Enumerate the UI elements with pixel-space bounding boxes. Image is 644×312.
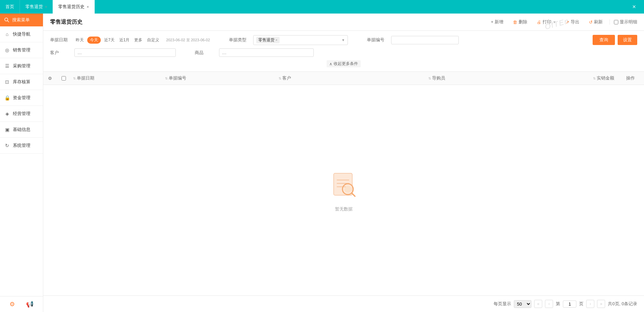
- date-range-display: 2023-06-02 至 2023-06-02: [166, 38, 210, 43]
- sales-icon: ◎: [4, 47, 10, 53]
- system-icon: ↻: [4, 142, 10, 149]
- doc-type-arrow-icon: ▼: [341, 38, 345, 42]
- window-close-button[interactable]: ×: [629, 3, 639, 10]
- volume-icon[interactable]: 📢: [26, 300, 33, 308]
- tab-retail-return-history-label: 零售退货历史: [58, 4, 85, 10]
- sidebar-item-finance[interactable]: 🔒 资金管理: [0, 90, 43, 106]
- th-doc-date-label: 单据日期: [77, 75, 94, 81]
- first-page-button[interactable]: «: [534, 300, 542, 308]
- th-guide-label: 导购员: [432, 75, 445, 81]
- sidebar-item-operation[interactable]: ◈ 经营管理: [0, 106, 43, 122]
- th-doc-no: ⇅ 单据编号: [162, 72, 276, 85]
- export-button[interactable]: ↗ 导出: [563, 18, 582, 26]
- operation-icon: ◈: [4, 111, 10, 117]
- print-dropdown-icon: ▼: [553, 20, 556, 24]
- next-page-button[interactable]: ›: [586, 300, 594, 308]
- tab-retail-return-history[interactable]: 零售退货历史 ×: [53, 0, 94, 14]
- th-op: 操作: [617, 72, 644, 85]
- sidebar-item-inventory-label: 库存核算: [13, 79, 30, 85]
- setting-button[interactable]: 设置: [618, 35, 637, 45]
- date-filter: 昨天 今天 近7天 近1月 更多 自定义: [74, 37, 161, 44]
- sidebar-item-basic-label: 基础信息: [13, 127, 30, 133]
- sidebar-item-purchase-mgmt[interactable]: ☰ 采购管理: [0, 58, 43, 74]
- print-icon: 🖨: [537, 20, 541, 25]
- svg-line-1: [7, 21, 9, 22]
- top-bar-right: ×: [629, 3, 644, 10]
- date-btn-yesterday[interactable]: 昨天: [74, 37, 85, 44]
- select-all-checkbox[interactable]: [62, 76, 66, 81]
- date-btn-custom[interactable]: 自定义: [146, 37, 161, 44]
- refresh-icon: ↺: [589, 20, 593, 25]
- tab-retail-return[interactable]: 零售退货 ×: [20, 0, 53, 14]
- tab-bar: 首页 零售退货 × 零售退货历史 ×: [0, 0, 629, 14]
- date-btn-more[interactable]: 更多: [133, 37, 144, 44]
- tab-retail-return-close[interactable]: ×: [45, 5, 47, 9]
- per-page-select[interactable]: 50 10 20 100: [514, 300, 531, 308]
- th-doc-date-sort-icon[interactable]: ⇅: [73, 76, 76, 80]
- sidebar-item-basic-info[interactable]: ▣ 基础信息: [0, 122, 43, 138]
- new-button[interactable]: + 新增: [488, 18, 506, 26]
- th-guide-sort-icon[interactable]: ⇅: [428, 76, 431, 80]
- customer-input[interactable]: [74, 48, 176, 57]
- show-detail-checkbox[interactable]: [614, 20, 618, 24]
- doc-type-select[interactable]: 零售退货 × ▼: [253, 35, 348, 45]
- collapse-filter-button[interactable]: ∧ 收起更多条件: [327, 60, 361, 67]
- th-customer-label: 客户: [282, 75, 291, 81]
- toolbar: + 新增 🗑 删除 🖨 打印 ▼ ↗ 导出 ↺ 刷新: [488, 18, 637, 26]
- inventory-icon: ⊡: [4, 79, 10, 85]
- date-btn-today[interactable]: 今天: [87, 37, 101, 44]
- refresh-button-label: 刷新: [594, 19, 603, 25]
- date-btn-1month[interactable]: 近1月: [118, 37, 131, 44]
- th-amount-sort-icon[interactable]: ⇅: [593, 76, 596, 80]
- date-btn-7days[interactable]: 近7天: [103, 37, 116, 44]
- th-doc-no-sort-icon[interactable]: ⇅: [165, 76, 168, 80]
- column-settings-icon[interactable]: ⚙: [48, 76, 52, 81]
- sidebar-item-inventory[interactable]: ⊡ 库存核算: [0, 74, 43, 90]
- tab-retail-return-history-close[interactable]: ×: [87, 5, 89, 9]
- goods-input[interactable]: [219, 48, 314, 57]
- tab-home[interactable]: 首页: [0, 0, 20, 14]
- sidebar-item-purchase-label: 采购管理: [13, 63, 30, 69]
- th-doc-no-label: 单据编号: [169, 75, 186, 81]
- th-op-label: 操作: [626, 75, 635, 81]
- sidebar-item-quick-nav[interactable]: ⌂ 快捷导航: [0, 26, 43, 42]
- sidebar-item-finance-label: 资金管理: [13, 95, 30, 101]
- settings-bottom-icon[interactable]: ⚙: [9, 300, 15, 308]
- finance-icon: 🔒: [4, 95, 10, 101]
- refresh-button[interactable]: ↺ 刷新: [586, 18, 605, 26]
- doc-no-input[interactable]: [391, 36, 459, 44]
- sidebar-item-operation-label: 经营管理: [13, 111, 30, 117]
- search-menu-label: 搜索菜单: [12, 17, 30, 23]
- prev-page-button[interactable]: ‹: [545, 300, 553, 308]
- th-customer-sort-icon[interactable]: ⇅: [279, 76, 281, 80]
- new-button-label: + 新增: [491, 19, 503, 25]
- last-page-button[interactable]: »: [597, 300, 605, 308]
- search-icon: [4, 17, 9, 23]
- sidebar-item-sales-mgmt[interactable]: ◎ 销售管理: [0, 42, 43, 58]
- home-icon: ⌂: [4, 31, 10, 37]
- sidebar-item-system[interactable]: ↻ 系统管理: [0, 138, 43, 154]
- action-buttons: 查询 设置: [593, 35, 637, 45]
- empty-text: 暂无数据: [335, 206, 353, 212]
- th-settings[interactable]: ⚙: [43, 72, 57, 84]
- th-doc-date: ⇅ 单据日期: [70, 72, 162, 85]
- delete-icon: 🗑: [513, 20, 517, 25]
- th-guide: ⇅ 导购员: [426, 72, 539, 85]
- collapse-label: 收起更多条件: [334, 61, 358, 67]
- content-area: 零售退货历史 + 新增 🗑 删除 🖨 打印 ▼ ↗ 导出: [43, 14, 644, 312]
- svg-point-7: [344, 186, 351, 193]
- table-body: 暂无数据: [43, 85, 644, 295]
- delete-button[interactable]: 🗑 删除: [510, 18, 530, 26]
- table-header: ⚙ ⇅ 单据日期 ⇅ 单据编号 ⇅ 客户 ⇅: [43, 72, 644, 85]
- show-detail-toggle[interactable]: 显示明细: [614, 19, 637, 25]
- sidebar-item-system-label: 系统管理: [13, 142, 30, 149]
- doc-type-label: 单据类型: [229, 37, 248, 43]
- search-menu-button[interactable]: 搜索菜单: [0, 14, 43, 26]
- doc-type-select-content: 零售退货 ×: [256, 37, 341, 43]
- doc-type-tag-close[interactable]: ×: [276, 38, 278, 42]
- print-button[interactable]: 🖨 打印 ▼: [534, 18, 559, 26]
- goods-label: 商品: [195, 50, 214, 56]
- th-checkbox[interactable]: [57, 73, 70, 84]
- page-number-input[interactable]: [563, 300, 576, 308]
- query-button[interactable]: 查询: [593, 35, 615, 45]
